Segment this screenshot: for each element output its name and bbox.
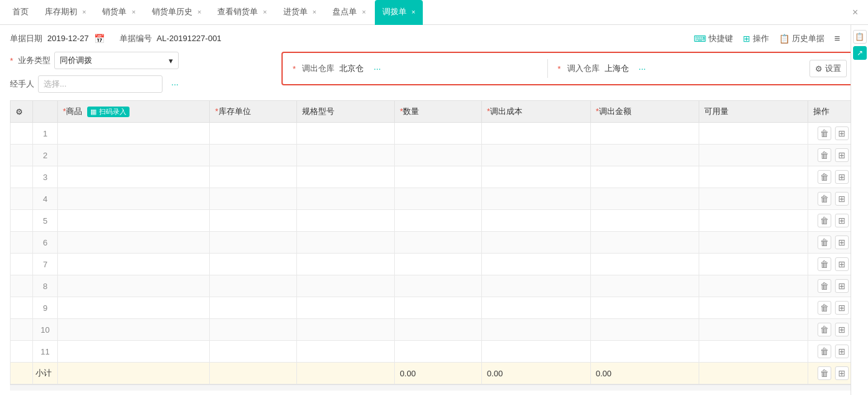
- row-copy-btn[interactable]: ⊞: [835, 279, 849, 293]
- row-qty-cell[interactable]: [395, 188, 482, 210]
- row-amount-cell[interactable]: [590, 254, 699, 275]
- row-copy-btn[interactable]: ⊞: [835, 345, 849, 358]
- row-amount-cell[interactable]: [590, 166, 699, 188]
- row-unit-cell[interactable]: [210, 188, 297, 210]
- window-close-button[interactable]: ×: [847, 7, 863, 18]
- row-copy-btn[interactable]: ⊞: [835, 126, 849, 140]
- business-type-select[interactable]: 同价调拨 ▾: [54, 52, 179, 69]
- row-qty-cell[interactable]: [395, 341, 482, 363]
- row-amount-cell[interactable]: [590, 319, 699, 341]
- row-amount-cell[interactable]: [590, 145, 699, 166]
- row-unit-cell[interactable]: [210, 341, 297, 363]
- row-product-cell[interactable]: [58, 319, 210, 341]
- row-unit-cell[interactable]: [210, 210, 297, 232]
- shortcuts-button[interactable]: ⌨ 快捷键: [694, 33, 733, 44]
- row-cost-cell[interactable]: [482, 232, 591, 254]
- row-product-cell[interactable]: [58, 232, 210, 254]
- tab-view-sales[interactable]: 查看销货单 ×: [210, 0, 274, 25]
- row-cost-cell[interactable]: [482, 297, 591, 319]
- row-product-cell[interactable]: [58, 254, 210, 275]
- row-spec-cell[interactable]: [297, 123, 395, 145]
- handler-placeholder[interactable]: 选择...: [38, 75, 163, 93]
- row-copy-btn[interactable]: ⊞: [835, 323, 849, 336]
- row-delete-btn[interactable]: 🗑: [818, 345, 831, 358]
- row-spec-cell[interactable]: [297, 210, 395, 232]
- subtotal-delete-btn[interactable]: 🗑: [818, 366, 831, 380]
- row-copy-btn[interactable]: ⊞: [835, 148, 849, 162]
- row-cost-cell[interactable]: [482, 123, 591, 145]
- row-qty-cell[interactable]: [395, 210, 482, 232]
- row-qty-cell[interactable]: [395, 166, 482, 188]
- tab-sales-order[interactable]: 销货单 ×: [95, 0, 143, 25]
- row-unit-cell[interactable]: [210, 319, 297, 341]
- row-spec-cell[interactable]: [297, 275, 395, 297]
- row-amount-cell[interactable]: [590, 232, 699, 254]
- row-unit-cell[interactable]: [210, 254, 297, 275]
- row-spec-cell[interactable]: [297, 341, 395, 363]
- row-copy-btn[interactable]: ⊞: [835, 214, 849, 227]
- row-amount-cell[interactable]: [590, 297, 699, 319]
- tab-purchase-order-close[interactable]: ×: [313, 8, 316, 16]
- row-product-cell[interactable]: [58, 166, 210, 188]
- horizontal-scrollbar[interactable]: [10, 384, 858, 391]
- row-delete-btn[interactable]: 🗑: [818, 170, 831, 184]
- row-unit-cell[interactable]: [210, 297, 297, 319]
- row-unit-cell[interactable]: [210, 275, 297, 297]
- tab-stocktake-close[interactable]: ×: [362, 8, 366, 16]
- row-copy-btn[interactable]: ⊞: [835, 192, 849, 206]
- row-spec-cell[interactable]: [297, 145, 395, 166]
- row-amount-cell[interactable]: [590, 275, 699, 297]
- col-header-gear[interactable]: ⚙: [11, 101, 33, 123]
- row-product-cell[interactable]: [58, 210, 210, 232]
- row-spec-cell[interactable]: [297, 188, 395, 210]
- handler-ellipsis[interactable]: ···: [171, 79, 179, 89]
- row-spec-cell[interactable]: [297, 254, 395, 275]
- settings-button[interactable]: ⚙ 设置: [809, 60, 847, 77]
- row-delete-btn[interactable]: 🗑: [818, 214, 831, 227]
- tab-stocktake[interactable]: 盘点单 ×: [325, 0, 373, 25]
- row-qty-cell[interactable]: [395, 319, 482, 341]
- row-delete-btn[interactable]: 🗑: [818, 236, 831, 249]
- row-spec-cell[interactable]: [297, 166, 395, 188]
- list-view-button[interactable]: ≡: [834, 33, 840, 44]
- row-copy-btn[interactable]: ⊞: [835, 236, 849, 249]
- row-spec-cell[interactable]: [297, 232, 395, 254]
- warehouse-out-ellipsis[interactable]: ···: [374, 64, 381, 74]
- right-panel-external-btn[interactable]: ↗: [853, 46, 867, 60]
- row-cost-cell[interactable]: [482, 188, 591, 210]
- row-delete-btn[interactable]: 🗑: [818, 279, 831, 293]
- row-unit-cell[interactable]: [210, 145, 297, 166]
- row-copy-btn[interactable]: ⊞: [835, 301, 849, 315]
- row-qty-cell[interactable]: [395, 254, 482, 275]
- row-copy-btn[interactable]: ⊞: [835, 170, 849, 184]
- right-panel-note-btn[interactable]: 📋: [853, 30, 867, 44]
- tab-sales-history-close[interactable]: ×: [197, 8, 201, 16]
- row-unit-cell[interactable]: [210, 123, 297, 145]
- row-spec-cell[interactable]: [297, 319, 395, 341]
- tab-sales-order-close[interactable]: ×: [131, 8, 135, 16]
- row-cost-cell[interactable]: [482, 145, 591, 166]
- row-qty-cell[interactable]: [395, 297, 482, 319]
- tab-inventory-init-close[interactable]: ×: [82, 8, 86, 16]
- tab-transfer[interactable]: 调拨单 ×: [375, 0, 423, 25]
- row-delete-btn[interactable]: 🗑: [818, 148, 831, 162]
- scan-entry-button[interactable]: ▦扫码录入: [87, 107, 130, 117]
- row-qty-cell[interactable]: [395, 275, 482, 297]
- row-qty-cell[interactable]: [395, 123, 482, 145]
- row-cost-cell[interactable]: [482, 166, 591, 188]
- row-spec-cell[interactable]: [297, 297, 395, 319]
- tab-inventory-init[interactable]: 库存期初 ×: [37, 0, 93, 25]
- row-delete-btn[interactable]: 🗑: [818, 257, 831, 271]
- row-cost-cell[interactable]: [482, 254, 591, 275]
- row-amount-cell[interactable]: [590, 188, 699, 210]
- calendar-icon[interactable]: 📅: [94, 34, 105, 44]
- warehouse-in-ellipsis[interactable]: ···: [639, 64, 646, 74]
- history-button[interactable]: 📋 历史单据: [779, 33, 824, 44]
- row-product-cell[interactable]: [58, 275, 210, 297]
- row-delete-btn[interactable]: 🗑: [818, 126, 831, 140]
- subtotal-copy-btn[interactable]: ⊞: [835, 366, 849, 380]
- tab-transfer-close[interactable]: ×: [412, 8, 415, 16]
- row-cost-cell[interactable]: [482, 210, 591, 232]
- row-product-cell[interactable]: [58, 123, 210, 145]
- row-delete-btn[interactable]: 🗑: [818, 301, 831, 315]
